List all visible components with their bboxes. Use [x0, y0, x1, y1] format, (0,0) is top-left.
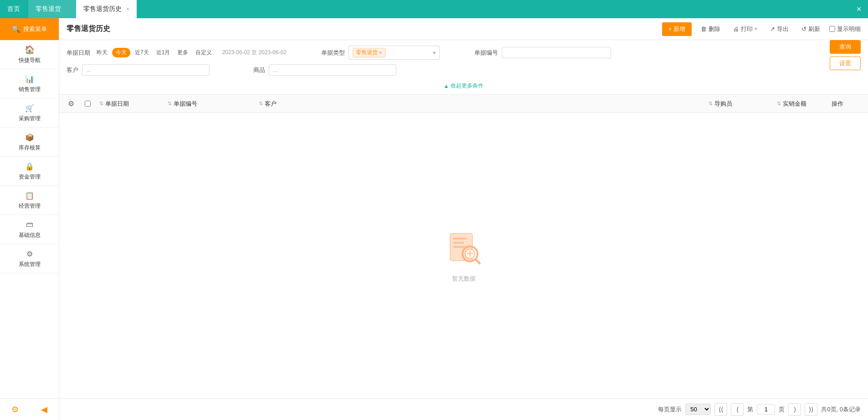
col-customer-label: 客户 [265, 100, 277, 108]
sidebar-item-basic-info[interactable]: 🗃 基础信息 [0, 215, 59, 244]
col-date-label: 单据日期 [105, 100, 129, 108]
page-next-button[interactable]: ⟩ [788, 403, 801, 416]
col-customer-sort-icon: ⇅ [259, 101, 263, 107]
export-label: 导出 [777, 25, 789, 33]
delete-label: 删除 [709, 25, 720, 33]
tab-retail-return-history[interactable]: 零售退货历史 × [76, 0, 137, 18]
sidebar-item-finance-label: 资金管理 [19, 173, 41, 181]
page-first-button[interactable]: ⟨⟨ [714, 403, 727, 416]
empty-state: 暂无数据 [443, 228, 484, 283]
date-btn-7days[interactable]: 近7天 [132, 48, 152, 57]
query-button[interactable]: 查询 [830, 40, 861, 54]
select-all-input[interactable] [85, 101, 91, 107]
sidebar-item-quick-nav-label: 快捷导航 [19, 56, 41, 64]
export-button[interactable]: ↗ 导出 [766, 23, 792, 35]
window-close-button[interactable]: × [850, 0, 868, 18]
col-amount-label: 实销金额 [783, 100, 806, 108]
date-btn-custom[interactable]: 自定义 [193, 48, 215, 57]
print-arrow-icon: ▾ [755, 26, 757, 32]
tab-retail-return[interactable]: 零售退货 × [28, 0, 76, 18]
system-icon: ⚙ [25, 249, 35, 259]
page-number-input[interactable] [757, 404, 775, 415]
tab-list: 首页 零售退货 × 零售退货历史 × [0, 0, 850, 18]
bill-no-filter-item: 单据编号 [474, 47, 611, 58]
date-filter-item: 单据日期 昨天 今天 近7天 近1月 更多 自定义 [67, 48, 215, 57]
col-billno[interactable]: ⇅ 单据编号 [164, 100, 255, 108]
bill-type-select[interactable]: 零售退货 × ▾ [349, 46, 440, 60]
tab-retail-return-close[interactable]: × [66, 6, 69, 12]
date-btn-1month[interactable]: 近1月 [154, 48, 173, 57]
sidebar-settings-button[interactable]: ⚙ [11, 405, 19, 415]
page-last-button[interactable]: ⟩⟩ [805, 403, 817, 416]
sidebar-item-quick-nav[interactable]: 🏠 快捷导航 [0, 40, 59, 69]
sidebar-item-inventory[interactable]: 📦 库存核算 [0, 128, 59, 157]
per-page-select[interactable]: 10 20 50 100 [685, 404, 711, 415]
show-detail-checkbox-label[interactable]: 显示明细 [829, 25, 861, 33]
empty-icon [443, 228, 484, 269]
print-button[interactable]: 🖨 打印 ▾ [729, 23, 761, 35]
goods-placeholder: ... [273, 67, 278, 73]
bill-no-label: 单据编号 [474, 49, 498, 57]
svg-rect-1 [453, 238, 467, 240]
svg-line-6 [475, 259, 479, 263]
new-button[interactable]: + 新增 [662, 22, 692, 36]
purchase-icon: 🛒 [25, 103, 35, 113]
refresh-button[interactable]: ↺ 刷新 [798, 23, 824, 35]
svg-rect-3 [453, 246, 465, 248]
sidebar-item-purchase-mgmt[interactable]: 🛒 采购管理 [0, 98, 59, 128]
sidebar-search-button[interactable]: 🔍 搜索菜单 [0, 18, 59, 40]
date-btn-today[interactable]: 今天 [112, 48, 130, 57]
pagination-bar: 每页显示 10 20 50 100 ⟨⟨ ⟨ 第 页 ⟩ ⟩⟩ 共0页, 0条记… [59, 398, 868, 420]
search-icon: 🔍 [12, 25, 21, 33]
delete-button[interactable]: 🗑 删除 [697, 23, 724, 35]
col-amount[interactable]: ⇅ 实销金额 [773, 100, 828, 108]
page-unit: 页 [779, 405, 785, 414]
col-date[interactable]: ⇅ 单据日期 [96, 100, 164, 108]
collapse-label: 收起更多条件 [451, 82, 483, 90]
refresh-label: 刷新 [808, 25, 820, 33]
bill-type-tag-close[interactable]: × [379, 50, 382, 56]
collapse-button[interactable]: ▲ 收起更多条件 [444, 82, 484, 90]
print-icon: 🖨 [733, 26, 739, 32]
sidebar: 🔍 搜索菜单 🏠 快捷导航 📊 销售管理 🛒 采购管理 📦 库存核算 🔒 [0, 18, 59, 420]
sidebar-item-operations-label: 经营管理 [19, 202, 41, 210]
table-settings-button[interactable]: ⚙ [63, 99, 79, 108]
sidebar-item-operations[interactable]: 📋 经营管理 [0, 186, 59, 215]
sidebar-nav: 🏠 快捷导航 📊 销售管理 🛒 采购管理 📦 库存核算 🔒 资金管理 📋 [0, 40, 59, 398]
sidebar-search-label: 搜索菜单 [23, 25, 47, 33]
col-action: 操作 [828, 100, 864, 108]
collapse-row: ▲ 收起更多条件 [67, 80, 861, 92]
bill-no-input[interactable] [502, 47, 611, 58]
sidebar-item-system[interactable]: ⚙ 系统管理 [0, 244, 59, 273]
goods-filter-label: 商品 [253, 66, 265, 74]
settings-button[interactable]: 设置 [830, 56, 861, 70]
bill-type-tag-text: 零售退货 [356, 49, 378, 56]
show-detail-label: 显示明细 [837, 25, 861, 33]
svg-rect-2 [453, 242, 464, 244]
refresh-icon: ↺ [801, 26, 806, 32]
delete-icon: 🗑 [701, 26, 707, 32]
page-prev-button[interactable]: ⟨ [731, 403, 744, 416]
customer-select[interactable]: ... [82, 64, 210, 76]
col-action-label: 操作 [832, 100, 843, 108]
tab-home[interactable]: 首页 [0, 0, 27, 18]
page-header: 零售退货历史 + 新增 🗑 删除 🖨 打印 ▾ ↗ 导出 ↺ [59, 18, 868, 40]
total-label: 共0页, 0条记录 [821, 405, 861, 414]
table-area: ⚙ ⇅ 单据日期 ⇅ 单据编号 ⇅ 客户 ⇅ 导购员 [59, 95, 868, 398]
bill-type-label: 单据类型 [321, 49, 345, 57]
tab-retail-return-history-close[interactable]: × [126, 6, 129, 12]
date-btn-more[interactable]: 更多 [175, 48, 191, 57]
date-btn-yesterday[interactable]: 昨天 [94, 48, 110, 57]
col-customer[interactable]: ⇅ 客户 [255, 100, 705, 108]
table-body: 暂无数据 [59, 113, 868, 398]
sidebar-item-sales-mgmt-label: 销售管理 [19, 86, 41, 93]
col-guide[interactable]: ⇅ 导购员 [705, 100, 773, 108]
sidebar-item-finance[interactable]: 🔒 资金管理 [0, 157, 59, 186]
sidebar-item-sales-mgmt[interactable]: 📊 销售管理 [0, 69, 59, 98]
table-select-all-checkbox[interactable] [79, 101, 96, 107]
sidebar-collapse-button[interactable]: ◀ [41, 405, 47, 415]
goods-select[interactable]: ... [269, 64, 396, 76]
filter-row-1: 单据日期 昨天 今天 近7天 近1月 更多 自定义 2023-06-02 至 2… [67, 46, 861, 60]
bill-type-filter-item: 单据类型 零售退货 × ▾ [321, 46, 440, 60]
show-detail-checkbox[interactable] [829, 26, 835, 32]
